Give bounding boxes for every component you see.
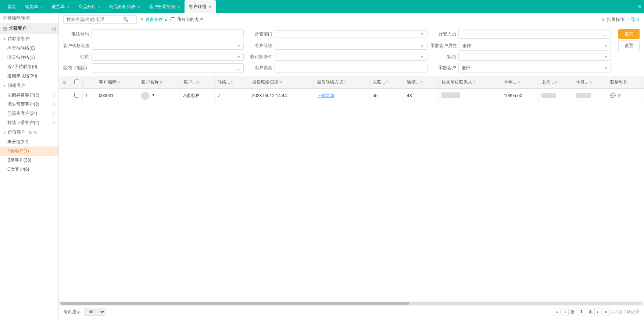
scrollbar-thumb[interactable]	[60, 302, 409, 305]
sidebar-item-class-b[interactable]: B类客户(33)	[0, 156, 58, 165]
th-no-contact[interactable]: 未联... ⇅	[369, 76, 404, 89]
group-problem-customer[interactable]: ▼ 问题客户	[0, 81, 58, 91]
first-page-btn[interactable]: «	[553, 308, 561, 315]
th-type[interactable]: 客户... ⇅	[180, 76, 214, 89]
sidebar-item-7days[interactable]: 近7天待联络(0)	[0, 62, 58, 71]
edit-icon[interactable]: ✎	[33, 130, 37, 135]
retail-select[interactable]: 全部 ▼	[458, 63, 611, 73]
th-last-date[interactable]: 最后联络日期 ⇅	[249, 76, 314, 89]
sidebar-item-ungrouped[interactable]: 未分组(32)	[0, 137, 58, 146]
scrollbar-track[interactable]	[60, 302, 643, 305]
phone-input[interactable]	[91, 29, 244, 38]
close-sales-tab[interactable]: ×	[40, 4, 43, 9]
grid-icon: ⊞	[3, 26, 7, 32]
th-name[interactable]: 客户名称 ⇅	[138, 76, 180, 89]
settings-button[interactable]: 设置	[618, 40, 640, 51]
payment-select[interactable]: ▼	[275, 53, 427, 61]
nav-tab-customer-contact[interactable]: 客户联络 ×	[185, 0, 215, 13]
row-last-method[interactable]: 下销货单	[314, 89, 369, 103]
th-last-method[interactable]: 最后联络方式 ⇅	[314, 76, 369, 89]
customer-type-input[interactable]	[275, 64, 427, 73]
th-gear[interactable]: ⚙	[59, 76, 71, 89]
sidebar-item-overdue[interactable]: 逾期未联络(30)	[0, 71, 58, 81]
sort-icon: ⇅	[344, 80, 347, 84]
nav-tab-analysis[interactable]: 商品分析 ×	[74, 0, 105, 13]
sidebar-item-class-a[interactable]: A类客户(1)	[0, 146, 58, 156]
sidebar-item-class-c[interactable]: C类客户(6)	[0, 165, 58, 174]
my-customer-checkbox[interactable]: 我分管的客户	[171, 17, 203, 23]
retail-label: 零散客户	[430, 65, 456, 71]
sort-icon: ⇅	[160, 80, 162, 84]
qr-icon[interactable]: ⊞	[618, 93, 622, 98]
close-customer-contact-tab[interactable]: ×	[209, 4, 211, 9]
filter-icon: ▼	[140, 17, 144, 22]
horizontal-scrollbar[interactable]	[59, 301, 644, 305]
th-check[interactable]	[71, 76, 82, 89]
th-this-month[interactable]: 本月... ⇅	[573, 76, 607, 89]
next-page-btn[interactable]: ›	[594, 308, 601, 315]
close-purchase-tab[interactable]: ×	[67, 4, 69, 9]
price-grade-select[interactable]: ▼	[92, 42, 244, 50]
th-unit-contact[interactable]: 往来单位联系人 ⇅	[438, 76, 501, 89]
prev-page-btn[interactable]: ‹	[562, 308, 569, 315]
row-check[interactable]	[71, 89, 82, 103]
sidebar-item-abnormal[interactable]: 回购异常客户(2) ⓘ	[0, 91, 58, 100]
nav-tab-home[interactable]: 首页	[3, 0, 21, 13]
message-icon[interactable]: 💬	[610, 93, 616, 98]
status-select[interactable]: ▼	[458, 53, 611, 61]
my-customer-check[interactable]	[171, 17, 175, 22]
sidebar-item-declining[interactable]: 持续下滑客户(2) ⓘ	[0, 118, 58, 127]
customer-grade-select[interactable]: ▼	[275, 42, 427, 50]
nav-tab-sales[interactable]: 销货单 ×	[21, 0, 47, 13]
dept-select[interactable]: ▼	[275, 30, 427, 38]
search-box[interactable]: 🔍	[63, 15, 137, 24]
row-name[interactable]: ？	[138, 89, 180, 103]
close-all-tabs[interactable]: ×	[638, 3, 641, 10]
region-label: 区域（地区）	[63, 65, 90, 71]
th-this-year[interactable]: 本年... ⇅	[501, 76, 539, 89]
group-value-customer[interactable]: ▼ 价值客户 ↻ ✎	[0, 127, 58, 137]
row-overdue: 48	[404, 89, 438, 103]
search-icon[interactable]: 🔍	[123, 17, 129, 22]
bulk-ops-btn[interactable]: ☑ 批量操作	[602, 17, 625, 23]
chevron-down-icon: ▼	[421, 32, 424, 36]
th-code[interactable]: 客户编码 ⇅	[96, 76, 138, 89]
gear-icon[interactable]: ⚙	[62, 80, 67, 85]
group-pending-contact[interactable]: ▼ 待联络客户	[0, 34, 58, 44]
close-analysis-tab[interactable]: ×	[98, 4, 100, 9]
last-method-link[interactable]: 下销货单	[317, 93, 334, 98]
main-search-input[interactable]	[67, 17, 122, 22]
export-btn[interactable]: ↑ 导出	[627, 17, 640, 23]
close-analysis-list-tab[interactable]: ×	[138, 4, 140, 9]
per-page-select[interactable]: 50 100 200	[84, 308, 105, 316]
sort-icon: ⇅	[279, 80, 282, 84]
refresh-icon[interactable]: ↻	[28, 130, 32, 135]
row-last-month	[539, 89, 573, 103]
nav-tab-customer-tier[interactable]: 客户分层经营 ×	[145, 0, 185, 13]
sidebar-all-customers[interactable]: ⊞ 全部客户 ◁	[0, 23, 58, 34]
sidebar-item-churned[interactable]: 已流失客户(24) ⓘ	[0, 109, 58, 118]
th-last-month[interactable]: 上月... ⇅	[539, 76, 573, 89]
nav-tab-analysis-list[interactable]: 商品分析列表 ×	[105, 0, 144, 13]
sidebar-collapse-btn[interactable]: ◁	[51, 26, 56, 32]
region-select[interactable]: …	[92, 63, 244, 73]
nav-tab-purchase[interactable]: 进货单 ×	[47, 0, 74, 13]
query-button[interactable]: 查询	[618, 29, 640, 39]
page-number-input[interactable]	[576, 308, 587, 315]
retail-attr-select[interactable]: 全部 ▼	[459, 41, 611, 51]
person-select[interactable]: …	[458, 29, 611, 39]
close-customer-tier-tab[interactable]: ×	[178, 4, 180, 9]
sidebar-item-today[interactable]: 今天待联络(0)	[0, 44, 58, 53]
th-overdue[interactable]: 逾期... ⇅	[404, 76, 438, 89]
nature-select[interactable]: ▼	[91, 53, 244, 61]
select-all-checkbox[interactable]	[74, 80, 79, 84]
sidebar-search-box[interactable]: 🔍	[0, 13, 58, 23]
sidebar-search-input[interactable]	[3, 15, 58, 21]
sidebar-item-churn-warn[interactable]: 流失预警客户(3) ⓘ	[0, 100, 58, 109]
th-contact-count[interactable]: 联络... ⇅	[215, 76, 249, 89]
more-conditions-btn[interactable]: ▼ 更多条件 ▲	[140, 17, 168, 23]
row-no: 1	[82, 89, 96, 103]
row-checkbox[interactable]	[74, 93, 79, 98]
last-page-btn[interactable]: »	[602, 308, 610, 315]
sidebar-item-tomorrow[interactable]: 明天待联络(1)	[0, 53, 58, 62]
